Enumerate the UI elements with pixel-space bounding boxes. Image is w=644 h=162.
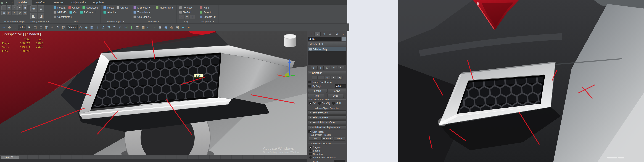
radio-icon[interactable] — [309, 156, 312, 159]
viewport-label[interactable]: [ Perspective ] [ Shaded ] — [2, 32, 41, 36]
select-rotate-icon[interactable]: ↻ — [55, 24, 60, 30]
snap-toggle-icon[interactable]: 3 — [95, 24, 100, 30]
select-manipulate-icon[interactable]: ◆ — [84, 24, 89, 30]
align-y-button[interactable]: Y — [185, 15, 189, 19]
rollout-edit-geometry[interactable]: Edit Geometry — [308, 116, 346, 120]
radio-icon[interactable] — [318, 102, 321, 104]
cut-button[interactable]: Cut — [68, 10, 78, 14]
show-end-result-button[interactable]: ‖ — [317, 66, 324, 70]
display-tab[interactable]: ▣ — [334, 32, 340, 36]
selection-filter-dropdown[interactable]: All ▾ — [18, 25, 26, 30]
configure-modifier-sets-button[interactable]: ≡ — [338, 66, 344, 70]
edge-mode-icon[interactable]: / — [318, 76, 324, 80]
select-move-icon[interactable]: + — [50, 24, 55, 30]
p-connect-button[interactable]: P Connect — [79, 10, 97, 14]
shrink-button[interactable]: Shrink — [308, 89, 327, 93]
rollout-subdivision-displacement[interactable]: Subdivision Displacement — [308, 125, 346, 130]
method-regular[interactable]: Regular — [309, 146, 345, 149]
select-by-name-icon[interactable]: ▤ — [32, 24, 38, 30]
select-object-icon[interactable]: ↖ — [27, 24, 32, 30]
preset-medium-button[interactable]: Medium — [322, 136, 333, 141]
curve-editor-icon[interactable]: ≈ — [152, 24, 157, 30]
rendered-frame-icon[interactable]: ▣ — [175, 24, 180, 30]
preview-option-subobj[interactable]: SubObj — [318, 102, 330, 104]
unlink-icon[interactable]: ⊘ — [7, 24, 12, 30]
by-angle-spinner[interactable]: 45.0 — [335, 84, 346, 88]
bind-spacewarp-icon[interactable]: ≀ — [12, 24, 18, 30]
hierarchy-tab[interactable]: ⊞ — [321, 32, 327, 36]
render-iterative-icon[interactable]: ● — [186, 24, 192, 30]
split-mesh-row[interactable]: Split Mesh — [308, 130, 346, 133]
time-slider[interactable]: 0 / 100 — [0, 156, 19, 159]
polygon-modeling-icon-10[interactable]: ◎ — [23, 11, 28, 15]
utilities-tab[interactable]: ♦ — [340, 32, 346, 36]
by-angle-checkbox[interactable] — [308, 85, 311, 88]
method-spatial-and-curvature[interactable]: Spatial and Curvature — [309, 156, 345, 159]
stack-item-editable-poly[interactable]: Editable Poly — [308, 47, 346, 52]
element-mode-icon[interactable]: ▣ — [337, 76, 342, 80]
align-x-button[interactable]: X — [179, 15, 184, 19]
ignore-backfacing-row[interactable]: Ignore Backfacing — [308, 80, 346, 84]
scene-explorer-icon[interactable]: ▥ — [140, 24, 146, 30]
to-grid-button[interactable]: To Grid — [178, 10, 192, 14]
modifier-stack[interactable]: Editable Poly — [308, 47, 346, 65]
modify-selection-icon-3[interactable]: ◧ — [30, 13, 37, 19]
panel-label-subdivision[interactable]: Subdivision — [132, 20, 175, 23]
align-z-button[interactable]: Z — [190, 15, 195, 19]
panel-label-modify-selection[interactable]: Modify Selection ▾ — [30, 20, 49, 23]
method-curvature[interactable]: Curvature — [309, 153, 345, 156]
quick-undo-icon[interactable]: ↶ — [5, 0, 9, 4]
vertex-mode-icon[interactable]: · — [312, 76, 318, 80]
mirror-icon[interactable]: ⋈ — [124, 24, 129, 30]
preset-low-button[interactable]: Low — [309, 136, 321, 141]
polygon-modeling-icon-1[interactable]: · — [2, 5, 6, 10]
ribbon-tab-modeling[interactable]: Modeling — [14, 0, 32, 4]
radio-icon[interactable] — [309, 146, 312, 149]
ring-button[interactable]: Ring — [308, 94, 324, 98]
create-tab[interactable]: + — [308, 32, 314, 36]
modify-tab[interactable]: ↺ — [314, 32, 320, 36]
render-production-icon[interactable]: ● — [180, 24, 186, 30]
nurms-button[interactable]: NURMS — [52, 10, 68, 14]
polygon-modeling-icon-2[interactable]: ◇ — [7, 5, 12, 10]
use-displacement-button[interactable]: Use Displa... — [132, 15, 153, 19]
relax-button[interactable]: Relax — [102, 6, 115, 10]
swift-loop-button[interactable]: Swift Loop — [81, 6, 99, 10]
radio-icon[interactable] — [309, 149, 312, 152]
rollout-soft-selection[interactable]: Soft Selection — [308, 110, 346, 114]
steps-spinner[interactable]: 2 — [334, 160, 345, 162]
modify-selection-icon-2[interactable]: ⊖ — [38, 5, 44, 12]
preset-high-button[interactable]: High — [334, 136, 345, 141]
msmooth-button[interactable]: MSmooth ▾ — [132, 6, 151, 10]
smooth-button[interactable]: Smooth — [198, 10, 213, 14]
smooth-30-button[interactable]: Smooth 30 — [198, 15, 217, 19]
radio-icon[interactable] — [332, 102, 335, 104]
qslice-button[interactable]: QSlice — [67, 6, 81, 10]
ribbon-toggle-icon[interactable]: ▭ — [146, 24, 152, 30]
window-crossing-icon[interactable]: ◫ — [44, 24, 49, 30]
ribbon-tab-freeform[interactable]: Freeform — [32, 0, 50, 4]
border-mode-icon[interactable]: ◇ — [324, 76, 330, 80]
create-button[interactable]: Create — [115, 6, 129, 10]
quick-redo-icon[interactable]: ↷ — [9, 0, 14, 4]
remove-modifier-button[interactable]: × — [331, 66, 337, 70]
panel-label-properties[interactable]: Properties ▾ — [198, 20, 217, 23]
ribbon-tab-selection[interactable]: Selection — [50, 0, 68, 4]
grow-button[interactable]: Grow — [328, 89, 346, 93]
preview-option-multi[interactable]: Multi — [332, 102, 341, 104]
polygon-modeling-icon-3[interactable]: ○ — [12, 5, 17, 10]
align-icon[interactable]: ∥ — [129, 24, 134, 30]
spinner-arrows-icon[interactable] — [344, 85, 345, 87]
polygon-modeling-icon-9[interactable]: ▽ — [18, 11, 22, 15]
polygon-modeling-icon-5[interactable]: ▣ — [23, 5, 28, 10]
viewport-canvas[interactable]: [ Perspective ] [ Shaded ] Totalgum Poly… — [0, 31, 307, 155]
schematic-view-icon[interactable]: ⊞ — [158, 24, 163, 30]
layer-manager-icon[interactable]: ≣ — [135, 24, 140, 30]
polygon-modeling-icon-6[interactable]: ▦ — [2, 11, 6, 15]
polygon-modeling-icon-8[interactable]: △ — [12, 11, 17, 15]
split-mesh-checkbox[interactable] — [308, 130, 311, 133]
percent-snap-icon[interactable]: % — [106, 24, 112, 30]
modify-selection-icon-4[interactable]: ◨ — [38, 13, 44, 19]
ignore-backfacing-checkbox[interactable] — [308, 80, 311, 84]
modify-selection-icon-1[interactable]: ⊕ — [30, 5, 37, 12]
